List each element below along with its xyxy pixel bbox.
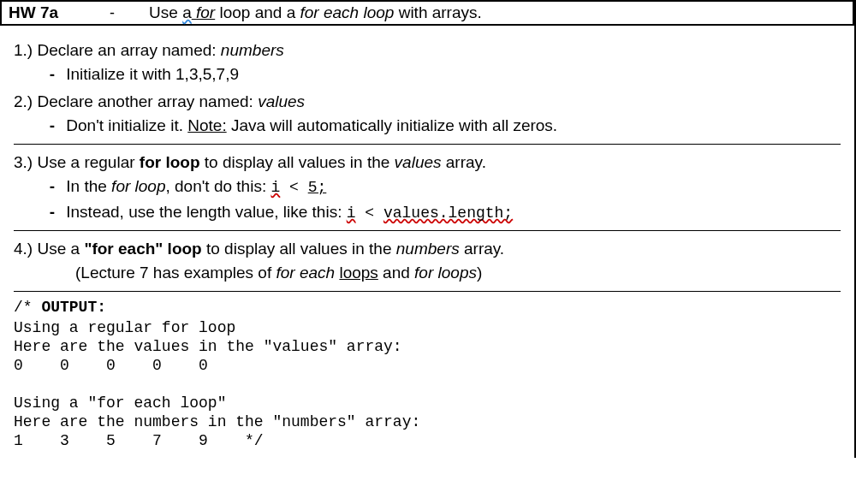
q2-sub1: Don't initialize it. [62,116,187,134]
q1-sub: - Initialize it with 1,3,5,7,9 [43,65,841,84]
output-label: OUTPUT: [41,299,106,316]
q1: 1.) Declare an array named: numbers [14,41,841,60]
hw-label: HW 7a [9,3,58,22]
output-l6: 1 3 5 7 9 */ [14,432,854,449]
q3-s1-five: 5; [308,179,327,196]
q1-sub-text: Initialize it with 1,3,5,7,9 [62,65,239,83]
q2: 2.) Declare another array named: values [14,92,841,111]
q3-s2-bullet: - [43,203,62,222]
output-title: /* OUTPUT: [14,299,854,316]
q1-arr: numbers [221,41,284,59]
header-for-underline: for [192,3,215,21]
q3-s2-pre: Instead, use the length value, like this… [62,203,347,221]
q3-post: to display all values in the [200,153,395,171]
q2-note-rest: Java will automatically initialize with … [227,116,557,134]
header-pre: Use [149,3,182,21]
separator-2 [14,230,841,231]
q3-s1-i: i [270,179,280,196]
header-and: and a [250,3,300,21]
q4-tail: array. [460,240,504,258]
output-l3: 0 0 0 0 0 [14,357,854,374]
q2-num: 2.) [14,92,33,110]
q3-s1-bullet: - [43,177,62,196]
header-box: HW 7a - Use a for loop and a for each lo… [0,0,854,26]
q4-arr: numbers [396,240,460,258]
header-post: with arrays. [394,3,481,21]
q3-s1-forloop: for loop [111,177,165,195]
q4-pre: Use a [33,240,84,258]
q3-sub1: - In the for loop, don't do this: i < 5; [43,177,841,196]
header-loop1: loop [215,3,250,21]
header-foreach: for each loop [300,3,395,21]
q4-line2: (Lecture 7 has examples of for each loop… [75,264,841,282]
content: 1.) Declare an array named: numbers - In… [0,26,854,292]
q3-forloop: for loop [140,153,200,171]
q4-l2-fl: for loops [414,264,477,282]
q3-pre: Use a regular [33,153,140,171]
q4-l2-close: ) [477,264,482,282]
q3-num: 3.) [14,153,33,171]
q4-l2-fe: for each [276,264,339,282]
q1-num: 1.) [14,41,33,59]
q4-l2-loops: loops [339,264,377,282]
q3-s1-mid: , don't do this: [165,177,270,195]
q3-s2-i: i [347,205,356,222]
q2-bullet: - [43,116,62,135]
q2-text: Declare another array named: [33,92,258,110]
q4-post: to display all values in the [202,240,396,258]
output-l1: Using a regular for loop [14,319,854,336]
q3-s1-lt: < [280,179,307,196]
q2-arr: values [258,92,305,110]
separator-1 [14,144,841,145]
q4: 4.) Use a "for each" loop to display all… [14,240,841,258]
q2-sub: - Don't initialize it. Note: Java will a… [43,116,841,135]
q4-l2-pre: (Lecture 7 has examples of [75,264,276,282]
q3-s2-lt: < [356,205,383,222]
output-blank [14,376,854,393]
output-l4: Using a "for each loop" [14,394,854,412]
output-l5: Here are the numbers in the "numbers" ar… [14,413,854,430]
header-dash: - [110,4,115,22]
output-comment-open: /* [14,299,41,316]
q4-num: 4.) [14,240,33,258]
header-text: Use a for loop and a for each loop with … [149,3,482,22]
q1-bullet: - [43,65,62,84]
page: HW 7a - Use a for loop and a for each lo… [0,0,856,458]
q3-s1-pre: In the [62,177,111,195]
q1-text: Declare an array named: [33,41,221,59]
q3-arr: values [395,153,442,171]
q3: 3.) Use a regular for loop to display al… [14,153,841,172]
output-l2: Here are the values in the "values" arra… [14,338,854,355]
q3-tail: array. [442,153,486,171]
q4-foreach: "for each" loop [84,240,201,258]
q3-s2-vl: values.length; [383,205,513,222]
q2-note-label: Note: [187,116,226,134]
header-a: a [182,3,192,21]
separator-3 [14,291,841,292]
q4-l2-and: and [378,264,414,282]
q3-sub2: - Instead, use the length value, like th… [43,203,841,222]
